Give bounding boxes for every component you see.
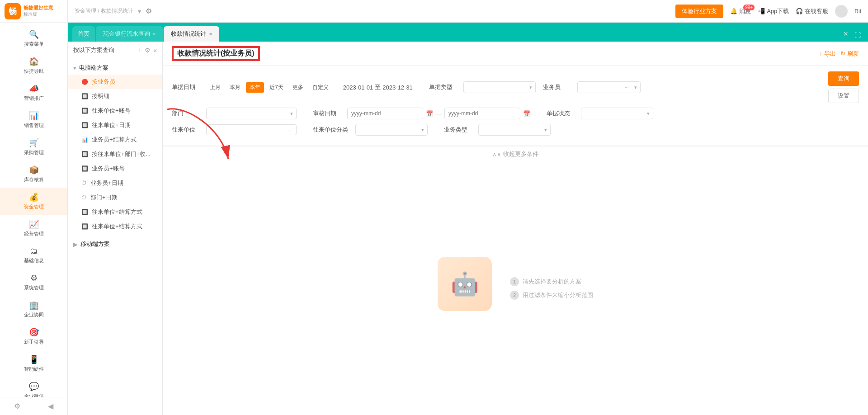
footer-settings-btn[interactable]: ⚙	[14, 402, 20, 410]
date-tab-last-month[interactable]: 上月	[206, 82, 224, 93]
online-service-btn[interactable]: 🎧 在线客服	[796, 7, 828, 15]
user-name: Rit	[854, 8, 861, 14]
sidebar-item-company[interactable]: 🏢 企业协同	[0, 296, 67, 323]
scheme-item-cp-dept[interactable]: 🔲 按往来单位+部门+收...	[68, 147, 162, 161]
mobile-expand-icon: ▶	[73, 241, 78, 248]
cp-settlement2-icon: 🔲	[81, 223, 88, 230]
date-tab-this-year[interactable]: 本年	[246, 82, 264, 93]
sidebar-item-system[interactable]: ⚙ 系统管理	[0, 269, 67, 296]
collapse-more-btn[interactable]: ∧∧ 收起更多条件	[163, 146, 868, 162]
step-num-2: 2	[510, 291, 519, 300]
cp-settlement2-label: 往来单位+结算方式	[92, 222, 142, 231]
audit-date-from[interactable]	[347, 108, 423, 119]
scheme-collapse-btn[interactable]: «	[153, 47, 157, 54]
online-service-label: 在线客服	[805, 7, 828, 15]
scheme-panel-title: 按以下方案查询	[73, 46, 114, 54]
sidebar-system-label: 系统管理	[24, 284, 44, 291]
sp-account-label: 业务员+账号	[92, 165, 125, 173]
scheme-item-salesperson[interactable]: 🔴 按业务员	[68, 75, 162, 89]
logo-icon: 畅	[5, 3, 21, 19]
salesperson-select[interactable]	[577, 81, 641, 93]
page-header-actions: ↑ 导出 ↻ 刷新	[820, 50, 859, 58]
scheme-item-cp-settlement2[interactable]: 🔲 往来单位+结算方式	[68, 219, 162, 234]
sidebar-item-wechat[interactable]: 💬 企业微信	[0, 377, 67, 397]
dept-select-wrapper	[206, 108, 297, 119]
scheme-desktop-label: 电脑端方案	[79, 64, 108, 72]
company-icon: 🏢	[29, 300, 39, 310]
export-button[interactable]: ↑ 导出	[820, 50, 836, 58]
cp-category-select[interactable]	[355, 124, 428, 136]
scheme-desktop-toggle[interactable]: ▾ 电脑端方案	[68, 61, 162, 75]
header-gear-icon[interactable]: ⚙	[146, 7, 152, 15]
sp-settlement-icon: 📊	[81, 137, 88, 143]
audit-date-calendar-icon[interactable]: 📅	[426, 110, 433, 117]
sidebar-item-hardware[interactable]: 📱 智能硬件	[0, 350, 67, 377]
date-tab-custom[interactable]: 自定义	[309, 82, 332, 93]
sidebar-item-marketing[interactable]: 📣 营销推广	[0, 79, 67, 106]
counterparty-more-btn[interactable]: ···	[288, 127, 292, 132]
biz-type-select[interactable]	[478, 124, 551, 136]
date-tabs: 上月 本月 本年 近7天 更多 自定义	[206, 82, 332, 93]
tab-home[interactable]: 首页	[72, 26, 95, 42]
filter-row-3: 往来单位 ··· 往来单位分类 业务类型	[172, 124, 859, 136]
receipt-tab-label: 收款情况统计	[171, 30, 206, 38]
sidebar-item-operations[interactable]: 📈 经营管理	[0, 215, 67, 242]
sidebar-item-basic[interactable]: 🗂 基础信息	[0, 242, 67, 269]
breadcrumb-dropdown[interactable]: ▾	[138, 8, 141, 15]
counterparty-label: 往来单位	[172, 126, 199, 134]
sidebar-item-quicknav[interactable]: 🏠 快捷导航	[0, 52, 67, 79]
scheme-item-cp-date[interactable]: 🔲 往来单位+日期	[68, 118, 162, 132]
audit-date-to[interactable]	[444, 108, 520, 119]
refresh-button[interactable]: ↻ 刷新	[840, 50, 859, 58]
scheme-mobile-label: 移动端方案	[80, 240, 110, 248]
scheme-item-cp-account[interactable]: 🔲 往来单位+账号	[68, 104, 162, 118]
tab-close-all[interactable]: ×	[840, 27, 851, 42]
scheme-item-salesperson-settlement[interactable]: 📊 业务员+结算方式	[68, 132, 162, 147]
expand-icon: ▾	[73, 65, 76, 71]
date-tab-7days[interactable]: 近7天	[266, 82, 287, 93]
filter-row-2: 部门 审核日期 📅 — 📅	[172, 108, 859, 119]
scheme-item-sp-account[interactable]: 🔲 业务员+账号	[68, 161, 162, 176]
scheme-item-dept-date[interactable]: ⏱ 部门+日期	[68, 190, 162, 205]
home-tab-label: 首页	[78, 30, 90, 38]
user-avatar[interactable]	[835, 5, 848, 18]
tab-bank-close[interactable]: ×	[153, 31, 156, 37]
doc-type-select-wrapper	[463, 81, 536, 93]
audit-date-calendar-icon2[interactable]: 📅	[523, 110, 530, 117]
query-button[interactable]: 查询	[828, 71, 859, 86]
footer-collapse-btn[interactable]: ◀	[48, 402, 53, 410]
sidebar-item-inventory[interactable]: 📦 库存核算	[0, 160, 67, 188]
tab-receipt[interactable]: 收款情况统计 ×	[164, 26, 219, 42]
app-download-btn[interactable]: 📲 App下载	[758, 7, 789, 15]
sidebar-item-purchase[interactable]: 🛒 采购管理	[0, 133, 67, 160]
dept-select[interactable]	[206, 108, 297, 119]
doc-status-select[interactable]	[581, 108, 653, 119]
scheme-add-btn[interactable]: +	[138, 46, 142, 54]
messages-btn[interactable]: 🔔 消息 99+	[730, 7, 751, 15]
scheme-mobile-toggle[interactable]: ▶ 移动端方案	[68, 237, 162, 251]
counterparty-input-wrapper[interactable]: ···	[206, 124, 297, 135]
scheme-item-cp-settlement1[interactable]: 🔲 往来单位+结算方式	[68, 205, 162, 219]
cp-account-icon: 🔲	[81, 108, 88, 114]
trial-button[interactable]: 体验行业方案	[675, 5, 723, 18]
scheme-settings-btn[interactable]: ⚙	[145, 47, 151, 54]
scheme-item-detail[interactable]: 🔲 按明细	[68, 89, 162, 104]
date-from: 2023-01-01	[343, 84, 373, 91]
sidebar-item-finance[interactable]: 💰 资金管理	[0, 188, 67, 215]
salesperson-more-btn[interactable]: ···	[625, 85, 629, 90]
date-tab-this-month[interactable]: 本月	[226, 82, 244, 93]
tab-maximize[interactable]: ⛶	[852, 29, 863, 42]
tab-receipt-close[interactable]: ×	[209, 31, 212, 37]
tab-bank[interactable]: 现金银行流水查询 ×	[96, 26, 163, 42]
sidebar-item-search[interactable]: 🔍 搜索菜单	[0, 25, 67, 52]
doc-type-select[interactable]	[463, 81, 536, 93]
date-tab-more[interactable]: 更多	[289, 82, 307, 93]
biz-type-label: 业务类型	[444, 126, 471, 134]
cp-date-icon: 🔲	[81, 122, 88, 128]
sidebar-item-newbie[interactable]: 🎯 新手引导	[0, 323, 67, 350]
scheme-item-sp-date[interactable]: ⏱ 业务员+日期	[68, 176, 162, 190]
set-button[interactable]: 设置	[828, 89, 859, 103]
bell-icon: 🔔	[730, 8, 737, 14]
home-icon: 🏠	[29, 57, 39, 66]
sidebar-item-sales[interactable]: 📊 销售管理	[0, 106, 67, 133]
